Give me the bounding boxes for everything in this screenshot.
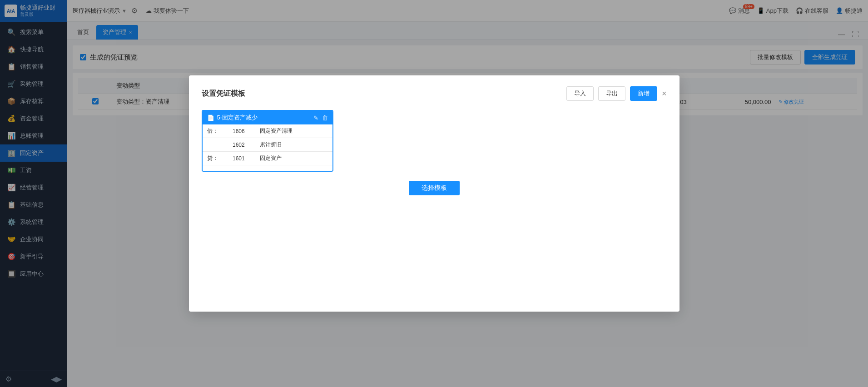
modal-title: 设置凭证模板 bbox=[202, 89, 245, 99]
export-button[interactable]: 导出 bbox=[598, 86, 625, 101]
template-delete-icon[interactable]: 🗑 bbox=[322, 114, 328, 121]
entry-col4-empty bbox=[309, 165, 321, 171]
entry-code: 1602 bbox=[228, 138, 255, 152]
entry-col5 bbox=[321, 152, 332, 165]
select-template-wrap: 选择模板 bbox=[202, 181, 667, 195]
template-card-header: 📄 5-固定资产减少 ✎ 🗑 bbox=[203, 111, 332, 124]
modal-close-button[interactable]: × bbox=[662, 89, 667, 99]
template-card-body: 借： 1606 固定资产清理 1602 累计折旧 贷： bbox=[203, 124, 332, 171]
template-icon: 📄 bbox=[207, 114, 214, 121]
entry-col4 bbox=[309, 138, 321, 152]
template-card-header-left: 📄 5-固定资产减少 bbox=[207, 114, 258, 122]
new-button[interactable]: 新增 bbox=[630, 86, 657, 101]
entry-code: 1601 bbox=[228, 152, 255, 165]
modal-header: 设置凭证模板 导入 导出 新增 × bbox=[202, 86, 667, 101]
entry-col4 bbox=[309, 124, 321, 138]
entry-account: 固定资产 bbox=[255, 152, 309, 165]
entry-type bbox=[203, 138, 228, 152]
template-area: 📄 5-固定资产减少 ✎ 🗑 借： 1606 固定资产清理 bbox=[202, 110, 667, 172]
entry-code-empty bbox=[228, 165, 255, 171]
select-template-button[interactable]: 选择模板 bbox=[409, 181, 460, 195]
entry-col4 bbox=[309, 152, 321, 165]
entry-col5-empty bbox=[321, 165, 332, 171]
template-full-label: 5-固定资产减少 bbox=[217, 114, 258, 122]
entry-account-empty bbox=[255, 165, 309, 171]
set-template-modal: 设置凭证模板 导入 导出 新增 × 📄 5-固定资产减少 ✎ 🗑 bbox=[189, 75, 680, 312]
template-entry-row: 借： 1606 固定资产清理 bbox=[203, 124, 332, 138]
entry-type: 贷： bbox=[203, 152, 228, 165]
template-edit-icon[interactable]: ✎ bbox=[313, 114, 318, 121]
template-entry-row-empty bbox=[203, 165, 332, 171]
template-entry-table: 借： 1606 固定资产清理 1602 累计折旧 贷： bbox=[203, 124, 332, 171]
entry-account: 固定资产清理 bbox=[255, 124, 309, 138]
entry-type-empty bbox=[203, 165, 228, 171]
template-card: 📄 5-固定资产减少 ✎ 🗑 借： 1606 固定资产清理 bbox=[202, 110, 333, 172]
entry-col5 bbox=[321, 124, 332, 138]
entry-code: 1606 bbox=[228, 124, 255, 138]
template-card-header-actions: ✎ 🗑 bbox=[313, 114, 328, 121]
import-button[interactable]: 导入 bbox=[566, 86, 594, 101]
entry-account: 累计折旧 bbox=[255, 138, 309, 152]
entry-col5 bbox=[321, 138, 332, 152]
template-entry-row: 1602 累计折旧 bbox=[203, 138, 332, 152]
entry-type: 借： bbox=[203, 124, 228, 138]
template-entry-row: 贷： 1601 固定资产 bbox=[203, 152, 332, 165]
modal-toolbar: 导入 导出 新增 bbox=[566, 86, 657, 101]
